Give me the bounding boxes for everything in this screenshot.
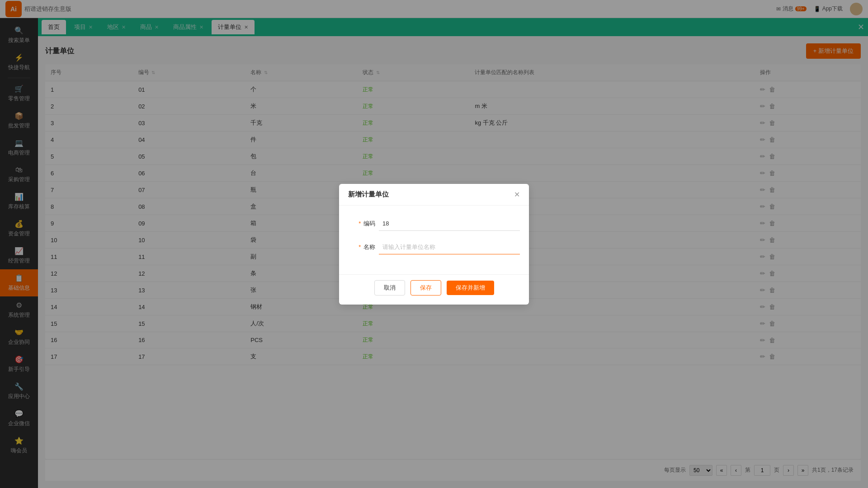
form-row-code: * 编码 [348,216,520,231]
modal-overlay: 新增计量单位 ✕ * 编码 * 名称 取消 保存 保存并新增 [0,0,868,488]
cancel-button[interactable]: 取消 [374,280,405,296]
code-label-text: 编码 [363,220,375,227]
code-label: * 编码 [348,220,375,228]
save-add-button[interactable]: 保存并新增 [447,281,494,295]
modal-close-btn[interactable]: ✕ [514,190,520,199]
form-row-name: * 名称 [348,240,520,254]
modal-body: * 编码 * 名称 [339,206,529,274]
code-input[interactable] [379,216,520,231]
modal-header: 新增计量单位 ✕ [339,184,529,206]
name-required: * [359,244,361,250]
code-required: * [359,220,361,227]
name-label: * 名称 [348,243,375,251]
modal-title: 新增计量单位 [348,190,389,199]
name-label-text: 名称 [363,244,375,250]
add-unit-modal: 新增计量单位 ✕ * 编码 * 名称 取消 保存 保存并新增 [339,184,529,305]
modal-footer: 取消 保存 保存并新增 [339,274,529,305]
save-button[interactable]: 保存 [410,280,441,296]
name-input[interactable] [379,240,520,254]
